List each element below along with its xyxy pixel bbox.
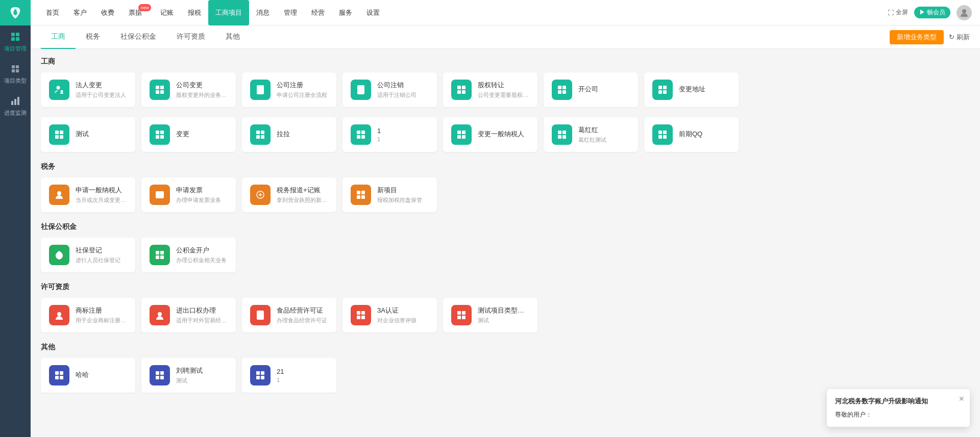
- card-equity-transfer[interactable]: 股权转让 公司变更需要股权转让: [443, 72, 537, 107]
- card-haha[interactable]: 哈哈: [41, 358, 135, 393]
- card-name-num21: 21: [277, 368, 328, 375]
- card-social-reg[interactable]: 社保登记 进行人员社保登记: [41, 238, 135, 272]
- svg-rect-37: [261, 131, 264, 134]
- card-change[interactable]: 变更: [141, 117, 236, 152]
- svg-rect-35: [160, 135, 164, 139]
- svg-rect-2: [11, 37, 15, 41]
- card-test[interactable]: 测试: [41, 117, 135, 152]
- card-3a-cert[interactable]: 3A认证 对企业信誉评级: [342, 298, 437, 332]
- card-fund-open[interactable]: 公积金开户 办理公积金相关业务: [141, 238, 236, 272]
- svg-rect-52: [658, 131, 662, 134]
- svg-rect-21: [562, 86, 566, 89]
- card-num21[interactable]: 21 1: [242, 358, 336, 393]
- new-type-button[interactable]: 新增业务类型: [890, 30, 944, 44]
- svg-rect-72: [357, 316, 360, 319]
- card-desc-new-project: 报税加税控盘保管: [377, 196, 429, 204]
- svg-rect-47: [462, 135, 465, 139]
- svg-rect-55: [663, 135, 667, 139]
- card-info-equity-transfer: 股权转让 公司变更需要股权转让: [478, 81, 529, 99]
- card-tax-report[interactable]: 税务报道+记账 拿到营业执照的新公司: [242, 177, 336, 212]
- card-icon-haha: [49, 365, 69, 385]
- notification-close[interactable]: ✕: [959, 393, 965, 404]
- card-mahong[interactable]: 葛红红 葛红红测试: [544, 117, 638, 152]
- nav-settings[interactable]: 设置: [359, 0, 387, 25]
- card-open-company[interactable]: 开公司: [544, 72, 638, 107]
- sidebar-item-progress[interactable]: 进度监测: [0, 90, 31, 122]
- sidebar: 项目管理 项目类型 进度监测: [0, 0, 31, 437]
- card-company-change[interactable]: 公司变更 股权变更外的业务变更: [141, 72, 236, 107]
- nav-message[interactable]: 消息: [249, 0, 277, 25]
- card-change-address[interactable]: 变更地址: [644, 72, 739, 107]
- svg-rect-60: [361, 191, 365, 194]
- card-apply-invoice[interactable]: 申请发票 办理申请发票业务: [141, 177, 236, 212]
- nav-business[interactable]: 工商项目: [208, 0, 249, 25]
- nav-operation[interactable]: 经营: [304, 0, 332, 25]
- card-icon-company-cancel: [351, 80, 371, 100]
- vip-btn[interactable]: ▶ 畅会员: [914, 7, 950, 18]
- card-info-legal-change: 法人变更 适用于公司变更法人: [76, 81, 127, 99]
- tab-business[interactable]: 工商: [41, 26, 76, 49]
- nav-customer[interactable]: 客户: [66, 0, 94, 25]
- svg-rect-59: [357, 191, 360, 194]
- card-name-lala: 拉拉: [277, 130, 328, 139]
- svg-point-8: [57, 86, 60, 90]
- sidebar-item-project-mgmt[interactable]: 项目管理: [0, 25, 31, 58]
- nav-home[interactable]: 首页: [39, 0, 66, 25]
- card-name-trademark: 商标注册: [76, 306, 127, 315]
- svg-rect-33: [160, 131, 164, 134]
- card-name-food-license: 食品经营许可证: [277, 306, 328, 315]
- logo[interactable]: [0, 0, 31, 25]
- tab-other[interactable]: 其他: [215, 26, 250, 49]
- card-legal-change[interactable]: 法人变更 适用于公司变更法人: [41, 72, 135, 107]
- section-title-business: 工商: [41, 57, 970, 66]
- card-name-apply-taxpayer: 申请一般纳税人: [76, 186, 127, 195]
- card-food-license[interactable]: 食品经营许可证 办理食品经营许可证: [242, 298, 336, 332]
- card-import-export[interactable]: 进出口权办理 适用于对外贸易经营者: [141, 298, 236, 332]
- card-company-reg[interactable]: 公司注册 申请公司注册全流程: [242, 72, 336, 107]
- refresh-button[interactable]: ↻ 刷新: [949, 33, 970, 42]
- card-desc-3a-cert: 对企业信誉评级: [377, 317, 429, 324]
- card-trademark[interactable]: 商标注册 用于企业商标注册服务: [41, 298, 135, 332]
- tab-license[interactable]: 许可资质: [166, 26, 215, 49]
- nav-accounting[interactable]: 记账: [153, 0, 181, 25]
- card-desc-num21: 1: [277, 377, 328, 383]
- content-area: 工商 税务 社保公积金 许可资质 其他 新增业务类型 ↻ 刷新 工商: [31, 25, 980, 437]
- nav-ticket[interactable]: 票据 new: [121, 0, 153, 25]
- svg-rect-41: [361, 131, 365, 134]
- card-icon-apply-taxpayer: [49, 185, 69, 205]
- nav-service[interactable]: 服务: [332, 0, 359, 25]
- card-num1[interactable]: 1 1: [342, 117, 437, 152]
- card-test-type[interactable]: 测试项目类型目定义 测试: [443, 298, 537, 332]
- card-apply-taxpayer[interactable]: 申请一般纳税人 当月或次月成变更完成: [41, 177, 135, 212]
- svg-rect-20: [558, 86, 561, 89]
- nav-collection[interactable]: 收费: [94, 0, 121, 25]
- card-company-cancel[interactable]: 公司注销 适用于注销公司: [342, 72, 437, 107]
- cards-grid-other: 哈哈 刘聘测试 测试: [41, 358, 970, 393]
- card-liupeng-test[interactable]: 刘聘测试 测试: [141, 358, 236, 393]
- fullscreen-btn[interactable]: ⛶ 全屏: [888, 8, 908, 17]
- svg-rect-10: [156, 86, 159, 89]
- sidebar-item-project-type[interactable]: 项目类型: [0, 58, 31, 90]
- nav-tax[interactable]: 报税: [181, 0, 208, 25]
- svg-rect-78: [55, 371, 59, 375]
- card-info-qq: 前期QQ: [679, 130, 730, 140]
- tab-tax[interactable]: 税务: [76, 26, 110, 49]
- card-qq[interactable]: 前期QQ: [644, 117, 739, 152]
- svg-rect-3: [16, 37, 19, 41]
- card-icon-lala: [250, 124, 271, 145]
- svg-rect-19: [462, 90, 465, 94]
- card-name-equity-transfer: 股权转让: [478, 81, 529, 90]
- grid-icon: [8, 31, 23, 43]
- svg-rect-28: [55, 131, 59, 134]
- card-change-taxpayer[interactable]: 变更一般纳税人: [443, 117, 537, 152]
- svg-rect-30: [55, 135, 59, 139]
- tab-social[interactable]: 社保公积金: [110, 26, 166, 49]
- card-new-project[interactable]: 新项目 报税加税控盘保管: [342, 177, 437, 212]
- card-info-tax-report: 税务报道+记账 拿到营业执照的新公司: [277, 186, 328, 204]
- svg-rect-45: [462, 131, 465, 134]
- avatar[interactable]: [957, 5, 972, 20]
- svg-rect-49: [562, 131, 566, 134]
- nav-manage[interactable]: 管理: [277, 0, 304, 25]
- card-lala[interactable]: 拉拉: [242, 117, 336, 152]
- card-name-haha: 哈哈: [76, 370, 127, 379]
